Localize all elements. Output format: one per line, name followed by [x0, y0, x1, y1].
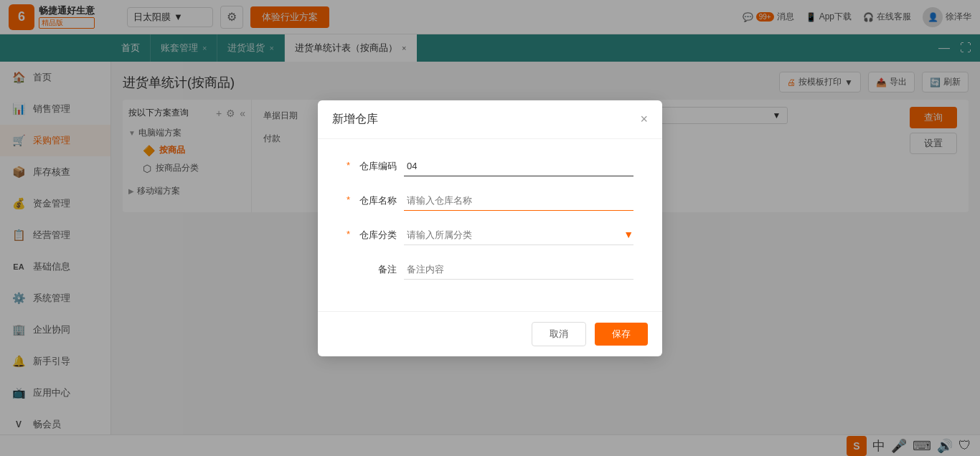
category-select[interactable]: ▼	[404, 225, 633, 245]
code-label: 仓库编码	[347, 160, 404, 173]
modal-overlay[interactable]: 新增仓库 × 仓库编码 仓库名称 仓库分类 ▼	[0, 0, 980, 456]
chevron-down-icon: ▼	[623, 229, 633, 240]
form-row-code: 仓库编码	[347, 156, 633, 176]
form-row-remark: 备注	[347, 260, 633, 280]
modal-title: 新增仓库	[332, 112, 378, 127]
form-row-name: 仓库名称	[347, 191, 633, 211]
remark-input[interactable]	[404, 260, 633, 280]
category-label: 仓库分类	[347, 229, 404, 242]
code-input[interactable]	[404, 156, 633, 176]
close-icon[interactable]: ×	[640, 112, 648, 127]
modal-footer: 取消 保存	[318, 311, 662, 356]
save-button[interactable]: 保存	[595, 323, 648, 346]
category-input[interactable]	[404, 228, 623, 242]
remark-label: 备注	[347, 263, 404, 276]
modal: 新增仓库 × 仓库编码 仓库名称 仓库分类 ▼	[318, 100, 662, 356]
name-label: 仓库名称	[347, 194, 404, 207]
form-row-category: 仓库分类 ▼	[347, 225, 633, 245]
modal-body: 仓库编码 仓库名称 仓库分类 ▼ 备注	[318, 139, 662, 311]
cancel-button[interactable]: 取消	[532, 322, 586, 346]
name-input[interactable]	[404, 191, 633, 211]
modal-header: 新增仓库 ×	[318, 100, 662, 139]
